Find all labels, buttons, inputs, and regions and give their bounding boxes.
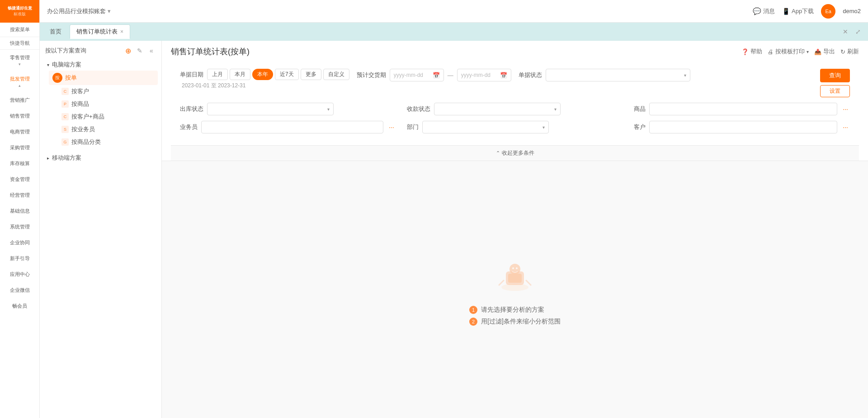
scheme-by-category[interactable]: G 按商品分类 (49, 136, 158, 148)
mobile-group-arrow: ▸ (47, 156, 49, 161)
tab-close-icon[interactable]: × (120, 28, 123, 35)
collapse-btn[interactable]: ⌃ 收起更多条件 (496, 149, 534, 157)
sidebar-search[interactable]: 搜索菜单 (0, 23, 39, 37)
export-btn[interactable]: 📤 导出 (814, 48, 835, 56)
scheme-by-customer[interactable]: C 按客户 (49, 85, 158, 98)
customer-input[interactable] (649, 121, 837, 133)
tab-home[interactable]: 首页 (43, 24, 68, 39)
ship-status-select[interactable]: ▾ (207, 103, 334, 115)
window-maximize-btn[interactable]: ⤢ (854, 27, 863, 36)
left-panel: 按以下方案查询 ⊕ ✎ « ▾ 电脑端方案 按 按单 C 按客户 (40, 41, 162, 418)
topbar-app-name: 办公用品行业模拟账套 (47, 7, 106, 15)
svg-point-5 (516, 267, 518, 269)
sidebar-item-operation[interactable]: 经营管理 (0, 187, 39, 203)
mobile-group-label: 移动端方案 (52, 154, 81, 162)
category-icon: G (61, 138, 69, 146)
this-month-btn[interactable]: 本月 (230, 69, 250, 80)
app-download-btn[interactable]: 📱 App下载 (782, 7, 814, 15)
svg-rect-2 (508, 274, 522, 283)
sidebar-item-purchase[interactable]: 采购管理 (0, 140, 39, 156)
topbar-title[interactable]: 办公用品行业模拟账套 ▾ (47, 7, 111, 15)
sidebar-item-inventory[interactable]: 库存核算 (0, 156, 39, 171)
collapse-row[interactable]: ⌃ 收起更多条件 (171, 145, 859, 161)
receipt-status-arrow: ▾ (554, 107, 557, 112)
refresh-btn[interactable]: ↻ 刷新 (840, 48, 859, 56)
pc-group-arrow: ▾ (47, 62, 49, 67)
user-avatar[interactable]: Ea (821, 4, 835, 19)
sidebar-item-enterprise[interactable]: 企业协同 (0, 235, 39, 251)
receipt-status-select[interactable]: ▾ (434, 103, 561, 115)
pc-group-header[interactable]: ▾ 电脑端方案 (43, 59, 158, 71)
message-btn[interactable]: 💬 消息 (753, 7, 775, 15)
expected-date-end[interactable]: yyyy-mm-dd 📅 (457, 69, 511, 81)
sidebar-item-wxwork[interactable]: 企业微信 (0, 282, 39, 298)
page-header-actions: ❓ 帮助 🖨 按模板打印 ▾ 📤 导出 ↻ (741, 48, 859, 56)
sidebar-item-appcenter[interactable]: 应用中心 (0, 266, 39, 282)
department-label: 部门 (407, 123, 419, 131)
sidebar-item-basic[interactable]: 基础信息 (0, 203, 39, 219)
window-close-btn[interactable]: ✕ (841, 27, 850, 36)
sidebar-item-finance[interactable]: 资金管理 (0, 171, 39, 187)
department-arrow: ▾ (542, 125, 545, 130)
sidebar-nav[interactable]: 快捷导航 (0, 37, 39, 50)
sidebar-item-guide[interactable]: 新手引导 (0, 251, 39, 266)
filter-area: 单据日期 上月 本月 本年 近7天 更多 自定义 2023 (171, 62, 859, 145)
topbar-actions: 💬 消息 📱 App下载 Ea demo2 (753, 4, 861, 19)
content-area: 按以下方案查询 ⊕ ✎ « ▾ 电脑端方案 按 按单 C 按客户 (40, 41, 868, 418)
customer-dots-btn[interactable]: ··· (841, 124, 850, 131)
sidebar-logo: 畅捷通好生意 标准版 (0, 0, 39, 23)
svg-point-4 (512, 267, 514, 269)
tree-group-pc: 按 按单 C 按客户 P 按商品 C 按客户+商品 S 按业务员 (49, 71, 158, 148)
edit-scheme-btn[interactable]: ✎ (135, 46, 144, 55)
salesperson-icon: S (61, 126, 69, 133)
template-print-btn[interactable]: 🖨 按模板打印 ▾ (768, 48, 809, 56)
svg-line-7 (526, 280, 531, 285)
settings-btn[interactable]: 设置 (820, 85, 850, 97)
product-dots-btn[interactable]: ··· (841, 105, 850, 113)
expected-date-start[interactable]: yyyy-mm-dd 📅 (390, 69, 444, 81)
logo-main-text: 畅捷通好生意 (8, 5, 32, 11)
help-btn[interactable]: ❓ 帮助 (741, 48, 762, 56)
salesperson-dots-btn[interactable]: ··· (387, 124, 396, 131)
topbar: 办公用品行业模拟账套 ▾ 💬 消息 📱 App下载 Ea demo2 (40, 0, 868, 23)
custom-btn[interactable]: 自定义 (323, 69, 349, 80)
scheme-by-customer-product[interactable]: C 按客户+商品 (49, 110, 158, 123)
scheme-by-order[interactable]: 按 按单 (49, 71, 158, 85)
help-icon: ❓ (741, 48, 749, 55)
sidebar-item-retail[interactable]: 零售管理 ▾ (0, 50, 39, 71)
department-select[interactable]: ▾ (422, 121, 549, 133)
last7days-btn[interactable]: 近7天 (275, 69, 299, 80)
mobile-group-header[interactable]: ▸ 移动端方案 (43, 152, 158, 164)
query-btn[interactable]: 查询 (820, 69, 850, 82)
single-status-select[interactable]: ▾ (546, 69, 690, 81)
scheme-by-salesperson[interactable]: S 按业务员 (49, 123, 158, 136)
tab-sales-order-stats[interactable]: 销售订单统计表 × (70, 24, 130, 39)
more-btn[interactable]: 更多 (301, 69, 321, 80)
this-year-btn[interactable]: 本年 (252, 69, 273, 80)
sidebar-item-system[interactable]: 系统管理 (0, 219, 39, 235)
left-panel-header: 按以下方案查询 ⊕ ✎ « (43, 46, 158, 55)
receipt-status-label: 收款状态 (407, 105, 430, 113)
sidebar-item-wholesale[interactable]: 批发管理 ▴ (0, 71, 39, 92)
ship-status-label: 出库状态 (180, 105, 203, 113)
customer-label: 客户 (634, 123, 646, 131)
sidebar-item-marketing[interactable]: 营销推广 (0, 92, 39, 108)
salesperson-input[interactable] (201, 121, 383, 133)
customer-icon: C (61, 88, 69, 95)
page-title: 销售订单统计表(按单) (171, 46, 250, 57)
window-controls: ✕ ⤢ (841, 27, 868, 36)
last-month-btn[interactable]: 上月 (207, 69, 228, 80)
salesperson-label: 业务员 (180, 123, 198, 131)
logo-sub-text: 标准版 (14, 11, 26, 17)
scheme-by-product[interactable]: P 按商品 (49, 98, 158, 110)
refresh-icon: ↻ (840, 48, 845, 55)
calendar-icon-1: 📅 (433, 72, 440, 79)
single-status-arrow: ▾ (684, 73, 686, 78)
product-label: 商品 (634, 105, 646, 113)
sidebar-item-member[interactable]: 畅会员 (0, 298, 39, 314)
sidebar-item-sales[interactable]: 销售管理 (0, 108, 39, 124)
add-scheme-btn[interactable]: ⊕ (123, 46, 132, 55)
sidebar-item-ecommerce[interactable]: 电商管理 (0, 124, 39, 140)
collapse-panel-btn[interactable]: « (147, 46, 156, 55)
product-input[interactable] (649, 103, 837, 115)
